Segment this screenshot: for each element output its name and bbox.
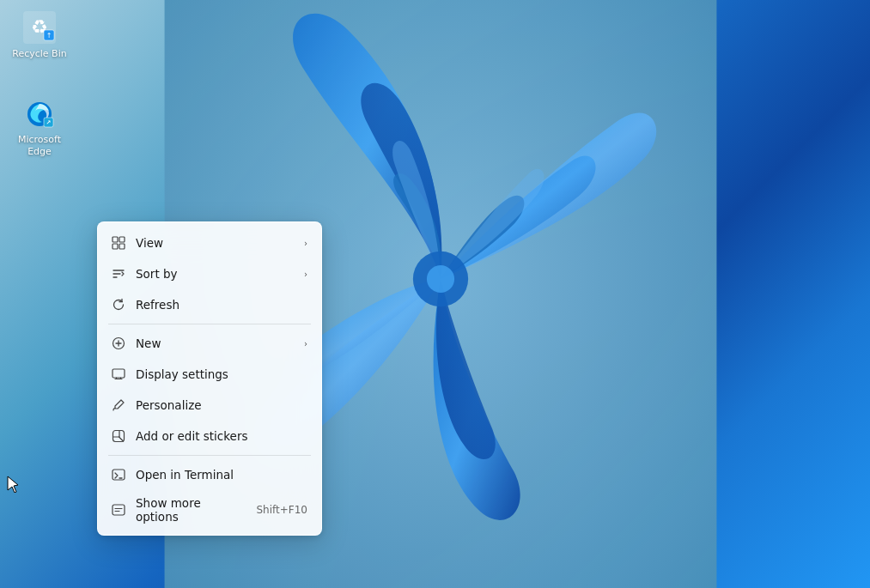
svg-rect-12 <box>113 244 118 249</box>
sort-by-arrow: › <box>304 270 307 279</box>
menu-item-add-edit-stickers[interactable]: Add or edit stickers <box>98 421 321 452</box>
menu-item-view[interactable]: View › <box>98 227 321 258</box>
brush-icon <box>112 398 125 412</box>
display-settings-label: Display settings <box>136 367 307 381</box>
display-icon <box>112 367 125 381</box>
svg-rect-13 <box>119 244 125 249</box>
svg-rect-10 <box>113 237 118 242</box>
menu-item-sort-by[interactable]: Sort by › <box>98 258 321 289</box>
svg-rect-17 <box>113 470 125 480</box>
svg-text:↗: ↗ <box>46 119 52 126</box>
edge-image: ↗ <box>22 96 57 130</box>
svg-rect-18 <box>113 505 125 515</box>
recycle-bin-icon[interactable]: ♻ ↑ Recycle Bin <box>7 7 72 64</box>
microsoft-edge-icon[interactable]: ↗ Microsoft Edge <box>7 93 72 162</box>
divider-2 <box>108 455 311 456</box>
menu-item-refresh[interactable]: Refresh <box>98 289 321 320</box>
show-more-options-shortcut: Shift+F10 <box>256 504 307 516</box>
personalize-label: Personalize <box>136 398 307 412</box>
menu-item-personalize[interactable]: Personalize <box>98 390 321 421</box>
svg-point-2 <box>427 265 454 293</box>
more-icon <box>112 503 125 517</box>
menu-item-display-settings[interactable]: Display settings <box>98 359 321 390</box>
context-menu: View › Sort by › Refresh <box>97 221 322 536</box>
svg-text:↑: ↑ <box>46 32 52 39</box>
sort-icon <box>112 267 125 281</box>
menu-item-new[interactable]: New › <box>98 328 321 359</box>
svg-rect-11 <box>119 237 125 242</box>
mouse-cursor <box>7 476 17 491</box>
menu-item-open-terminal[interactable]: Open in Terminal <box>98 459 321 490</box>
divider-1 <box>108 324 311 324</box>
edge-label: Microsoft Edge <box>10 134 69 159</box>
view-label: View <box>136 236 294 250</box>
sticker-icon <box>112 429 125 443</box>
open-terminal-label: Open in Terminal <box>136 468 307 482</box>
new-arrow: › <box>304 339 307 349</box>
svg-rect-15 <box>113 369 125 378</box>
add-edit-stickers-label: Add or edit stickers <box>136 429 307 443</box>
menu-item-show-more-options[interactable]: Show more options Shift+F10 <box>98 490 321 530</box>
new-label: New <box>136 336 294 350</box>
show-more-options-label: Show more options <box>136 496 246 524</box>
grid-icon <box>112 236 125 250</box>
recycle-bin-label: Recycle Bin <box>12 48 66 60</box>
terminal-icon <box>112 468 125 482</box>
recycle-bin-image: ♻ ↑ <box>22 10 57 45</box>
sort-by-label: Sort by <box>136 267 294 281</box>
refresh-icon <box>112 298 125 312</box>
plus-circle-icon <box>112 336 125 350</box>
view-arrow: › <box>304 239 307 248</box>
refresh-label: Refresh <box>136 298 307 312</box>
